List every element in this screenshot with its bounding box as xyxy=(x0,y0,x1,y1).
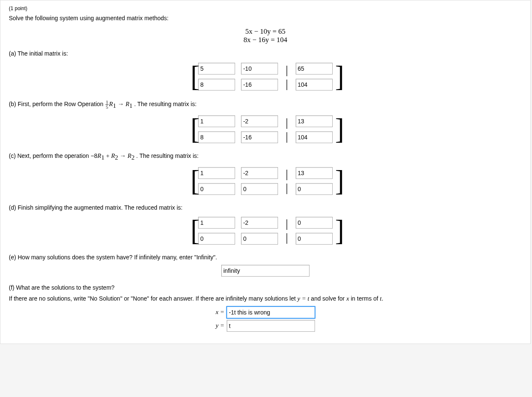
augment-bar-icon: || xyxy=(284,63,290,91)
left-bracket-icon: [ xyxy=(191,112,196,146)
part-b-post: . The resulting matrix is: xyxy=(132,101,196,107)
problem-prompt: Solve the following system using augment… xyxy=(9,15,522,21)
right-bracket-icon: ] xyxy=(335,213,340,248)
right-bracket-icon: ] xyxy=(335,112,340,146)
matrix-d-r1c3[interactable] xyxy=(296,217,333,229)
matrix-b-r1c3[interactable] xyxy=(296,115,333,127)
matrix-b-r2c3[interactable] xyxy=(296,131,333,143)
augment-bar-icon: || xyxy=(284,167,290,195)
matrix-b: [ || ] xyxy=(9,114,522,145)
matrix-d-r1c2[interactable] xyxy=(241,217,278,229)
part-c-label: (c) Next, perform the operation −8R1 + R… xyxy=(9,152,522,161)
part-f-note: If there are no solutions, write "No Sol… xyxy=(9,295,522,302)
matrix-c-r2c2[interactable] xyxy=(241,183,278,195)
matrix-c-r1c1[interactable] xyxy=(198,167,235,179)
matrix-d: [ || ] xyxy=(9,215,522,246)
augment-bar-icon: || xyxy=(284,115,290,143)
system-equations: 5x − 10y = 65 8x − 16y = 104 xyxy=(9,27,522,44)
part-c-pre: (c) Next, perform the operation −8 xyxy=(9,152,98,159)
matrix-c: [ || ] xyxy=(9,165,522,197)
solution-y-input[interactable] xyxy=(227,320,315,332)
matrix-d-r2c2[interactable] xyxy=(241,233,278,245)
part-b-pre: (b) First, perform the Row Operation xyxy=(9,101,105,107)
left-bracket-icon: [ xyxy=(191,213,196,248)
matrix-d-r2c3[interactable] xyxy=(296,233,333,245)
part-e-label: (e) How many solutions does the system h… xyxy=(9,254,522,261)
matrix-a-r1c1[interactable] xyxy=(198,63,235,75)
problem-page: (1 point) Solve the following system usi… xyxy=(0,0,531,344)
y-equals-label: y = xyxy=(216,322,225,329)
right-bracket-icon: ] xyxy=(335,59,340,93)
point-value: (1 point) xyxy=(9,5,522,11)
matrix-a: [ || ] xyxy=(9,61,522,92)
part-f-label: (f) What are the solutions to the system… xyxy=(9,284,522,291)
equation-1: 5x − 10y = 65 xyxy=(9,27,522,36)
fraction-icon: 15 xyxy=(106,100,109,109)
matrix-d-r1c1[interactable] xyxy=(198,217,235,229)
x-equals-label: x = xyxy=(216,309,225,316)
part-a-label: (a) The initial matrix is: xyxy=(9,50,522,57)
matrix-b-r2c1[interactable] xyxy=(198,131,235,143)
part-c-post: . The resulting matrix is: xyxy=(135,152,199,159)
equation-2: 8x − 16y = 104 xyxy=(9,36,522,44)
matrix-c-r2c3[interactable] xyxy=(296,183,333,195)
matrix-c-r2c1[interactable] xyxy=(198,183,235,195)
part-d-label: (d) Finish simplifying the augmented mat… xyxy=(9,204,522,211)
matrix-a-r2c3[interactable] xyxy=(296,79,333,91)
left-bracket-icon: [ xyxy=(191,59,196,93)
left-bracket-icon: [ xyxy=(191,164,196,198)
augment-bar-icon: || xyxy=(284,217,290,245)
matrix-a-r1c2[interactable] xyxy=(241,63,278,75)
solution-y-row: y = xyxy=(9,320,522,332)
solution-x-input[interactable] xyxy=(227,306,315,318)
matrix-c-r1c2[interactable] xyxy=(241,167,278,179)
matrix-b-r1c1[interactable] xyxy=(198,115,235,127)
matrix-a-r2c1[interactable] xyxy=(198,79,235,91)
right-bracket-icon: ] xyxy=(335,164,340,198)
matrix-d-r2c1[interactable] xyxy=(198,233,235,245)
matrix-a-r1c3[interactable] xyxy=(296,63,333,75)
solutions-count-input[interactable] xyxy=(221,265,310,277)
matrix-a-r2c2[interactable] xyxy=(241,79,278,91)
part-b-label: (b) First, perform the Row Operation 15R… xyxy=(9,100,522,109)
solution-x-row: x = xyxy=(9,306,522,318)
matrix-b-r2c2[interactable] xyxy=(241,131,278,143)
matrix-c-r1c3[interactable] xyxy=(296,167,333,179)
matrix-b-r1c2[interactable] xyxy=(241,115,278,127)
